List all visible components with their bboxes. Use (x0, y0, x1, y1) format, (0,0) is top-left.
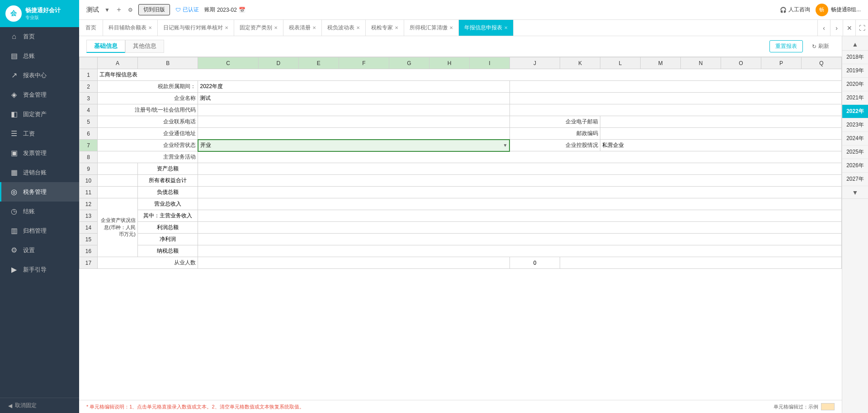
sidebar-item-salary[interactable]: ☰ 工资 (0, 124, 79, 143)
refresh-button[interactable]: ↻ 刷新 (807, 41, 835, 52)
sidebar-item-report[interactable]: ↗ 报表中心 (0, 66, 79, 85)
sidebar-item-home[interactable]: ⌂ 首页 (0, 27, 79, 46)
cell-17-value[interactable] (198, 257, 510, 269)
cell-11-value[interactable] (198, 187, 842, 198)
reset-report-button[interactable]: 重置报表 (769, 40, 803, 52)
cell-17-count[interactable]: 0 (509, 257, 560, 269)
tab-taxform-close[interactable]: ✕ (312, 25, 316, 30)
row-header-4: 4 (80, 104, 98, 116)
cell-3-empty (509, 93, 841, 104)
cell-16-value[interactable] (198, 245, 842, 257)
tab-close-all-button[interactable]: ✕ (843, 20, 855, 36)
year-nav-down[interactable]: ▼ (842, 186, 868, 199)
topbar-dropdown-arrow[interactable]: ▼ (104, 7, 110, 13)
row-header-16: 16 (80, 245, 98, 257)
cell-4-value[interactable] (198, 104, 510, 116)
tab-yearreport-close[interactable]: ✕ (504, 25, 508, 30)
sidebar-item-guide[interactable]: ▶ 新手引导 (0, 260, 79, 279)
sheet-tab-other[interactable]: 其他信息 (125, 40, 164, 53)
sheet-tab-other-label: 其他信息 (133, 42, 156, 49)
spreadsheet-wrapper[interactable]: A B C D E F G H I J K L M (79, 57, 842, 400)
cell-3-value[interactable]: 测试 (198, 93, 510, 104)
tab-incometax[interactable]: 所得税汇算清缴 ✕ (404, 20, 459, 36)
sidebar-item-settings[interactable]: ⚙ 设置 (0, 240, 79, 260)
cell-6-address[interactable] (198, 128, 510, 140)
sheet-tab-basic[interactable]: 基础信息 (86, 40, 125, 53)
tab-yearreport-label: 年报信息申报表 (464, 24, 502, 32)
invoice-icon: ▣ (9, 149, 19, 157)
sidebar-item-assets[interactable]: ◧ 固定资产 (0, 104, 79, 124)
cell-7-value[interactable]: 开业 ▼ (198, 140, 510, 151)
topbar-settings-button[interactable]: ⚙ (128, 7, 133, 13)
tab-journal-close[interactable]: ✕ (225, 25, 228, 30)
sidebar-item-closing[interactable]: ◷ 结账 (0, 202, 79, 221)
calendar-icon[interactable]: 📅 (239, 7, 245, 13)
table-row: 14 利润总额 (80, 222, 842, 234)
tab-journal[interactable]: 日记账与银行对账单核对 ✕ (158, 20, 234, 36)
salary-icon: ☰ (9, 129, 19, 138)
cell-title[interactable]: 工商年报信息表 (98, 69, 842, 81)
tab-fixed[interactable]: 固定资产类别 ✕ (234, 20, 283, 36)
tab-taxexpert[interactable]: 税检专家 ✕ (366, 20, 404, 36)
tab-taxexpert-label: 税检专家 (371, 24, 393, 32)
tab-taxform[interactable]: 税表清册 ✕ (283, 20, 322, 36)
cell-10-value[interactable] (198, 175, 842, 187)
sidebar-item-capital[interactable]: ◈ 资金管理 (0, 85, 79, 104)
year-2018[interactable]: 2018年 (842, 51, 868, 64)
col-header-N: N (681, 57, 721, 69)
year-2025[interactable]: 2025年 (842, 145, 868, 159)
year-2026[interactable]: 2026年 (842, 159, 868, 173)
tab-aux-close[interactable]: ✕ (148, 25, 152, 30)
cell-13-value[interactable] (198, 210, 842, 222)
year-2022[interactable]: 2022年 (842, 105, 868, 118)
sidebar-item-purchase[interactable]: ▦ 进销台账 (0, 163, 79, 182)
tab-next-button[interactable]: › (830, 20, 843, 36)
tab-fixed-close[interactable]: ✕ (274, 25, 278, 30)
tab-aux-label: 科目辅助余额表 (108, 24, 146, 32)
cell-12-value[interactable] (198, 198, 842, 210)
cell-9-value[interactable] (198, 163, 842, 175)
row-header-7: 7 (80, 140, 98, 151)
sidebar-logo: 会 畅捷通好会计 专业版 (0, 0, 79, 27)
tab-expand-button[interactable]: ⛶ (855, 20, 868, 36)
tab-taxexpert-close[interactable]: ✕ (395, 25, 398, 30)
cell-14-value[interactable] (198, 222, 842, 234)
cell-5-email-value[interactable] (600, 116, 842, 128)
col-header-L: L (600, 57, 641, 69)
cell-6-postal-value[interactable] (600, 128, 842, 140)
year-2024[interactable]: 2024年 (842, 132, 868, 145)
sidebar-item-ledger[interactable]: ▤ 总账 (0, 46, 79, 66)
tab-prev-button[interactable]: ‹ (817, 20, 830, 36)
tab-taxwave[interactable]: 税负波动表 ✕ (322, 20, 366, 36)
sidebar-item-tax[interactable]: ◎ 税务管理 (0, 182, 79, 202)
certified-label: 已认证 (183, 6, 199, 14)
bottombar-note: * 单元格编辑说明：1、点击单元格直接录入数值或文本。2、清空单元格数值或文本恢… (86, 404, 304, 410)
year-2021[interactable]: 2021年 (842, 91, 868, 105)
tab-yearreport[interactable]: 年报信息申报表 ✕ (459, 20, 514, 36)
cell-8-label: 主营业务活动 (98, 151, 198, 163)
year-2020[interactable]: 2020年 (842, 78, 868, 91)
year-2023[interactable]: 2023年 (842, 118, 868, 132)
certified-badge: 🛡 已认证 (175, 6, 199, 14)
sidebar-item-archive[interactable]: ▥ 归档管理 (0, 221, 79, 240)
cell-15-value[interactable] (198, 234, 842, 245)
topbar-add-button[interactable]: ＋ (115, 5, 123, 14)
year-nav-up[interactable]: ▲ (842, 38, 868, 51)
col-header-Q: Q (801, 57, 841, 69)
cell-7-control-value[interactable]: 私营企业 (600, 140, 842, 151)
cell-5-phone[interactable] (198, 116, 510, 128)
year-2019[interactable]: 2019年 (842, 64, 868, 78)
user-menu[interactable]: 畅 畅捷通B组... (816, 4, 861, 16)
sidebar-item-invoice[interactable]: ▣ 发票管理 (0, 143, 79, 163)
cell-15-label: 净利润 (138, 234, 198, 245)
tab-taxwave-close[interactable]: ✕ (356, 25, 360, 30)
year-2027[interactable]: 2027年 (842, 173, 868, 186)
tab-aux[interactable]: 科目辅助余额表 ✕ (103, 20, 158, 36)
sidebar-collapse-button[interactable]: ◀ 取消固定 (0, 398, 79, 413)
cell-8-value[interactable] (198, 151, 842, 163)
tab-incometax-close[interactable]: ✕ (449, 25, 453, 30)
service-button[interactable]: 🎧 人工咨询 (780, 6, 810, 14)
tab-home[interactable]: 首页 (79, 20, 103, 36)
cell-2-value[interactable]: 2022年度 (198, 81, 510, 93)
switch-old-button[interactable]: 切到旧版 (138, 4, 170, 15)
